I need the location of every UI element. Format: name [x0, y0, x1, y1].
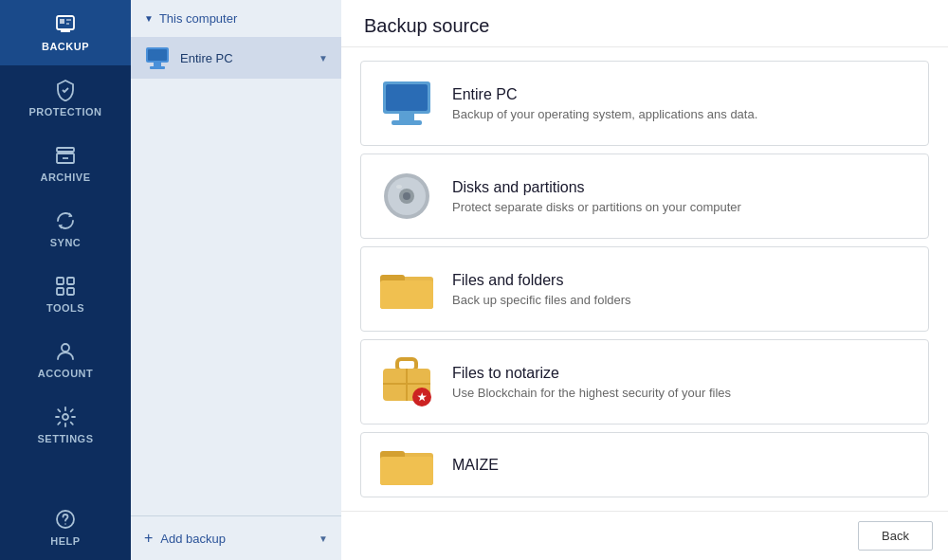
source-card-notarize[interactable]: ★ Files to notarize Use Blockchain for t… — [360, 339, 929, 425]
sidebar-item-backup[interactable]: BACKUP — [0, 0, 131, 65]
notarize-icon: ★ — [378, 353, 435, 410]
svg-rect-23 — [399, 114, 414, 120]
backup-icon — [54, 13, 77, 36]
settings-icon — [54, 406, 77, 428]
sidebar-item-tools[interactable]: TOOLS — [0, 262, 131, 327]
entire-pc-icon — [378, 75, 435, 132]
sidebar-archive-label: ARCHIVE — [40, 172, 90, 183]
panel-chevron-icon: ▼ — [319, 53, 328, 63]
add-icon: + — [144, 530, 153, 547]
sidebar-protection-label: PROTECTION — [28, 106, 101, 117]
sidebar-backup-label: BACKUP — [42, 41, 89, 52]
add-backup-chevron-icon: ▼ — [319, 533, 328, 544]
disk-icon — [378, 168, 435, 225]
svg-rect-22 — [386, 84, 428, 111]
sidebar-sync-label: SYNC — [50, 237, 82, 248]
panel-selected-item[interactable]: Entire PC ▼ — [131, 37, 341, 79]
svg-rect-3 — [66, 23, 69, 25]
svg-point-13 — [62, 344, 69, 352]
sidebar-help-label: HELP — [50, 535, 80, 547]
add-backup-row[interactable]: + Add backup ▼ — [131, 515, 341, 560]
sidebar-item-account[interactable]: ACCOUNT — [0, 327, 131, 392]
help-icon — [54, 508, 77, 531]
main-title: Backup source — [341, 0, 948, 47]
svg-point-16 — [64, 523, 66, 525]
disks-title: Disks and partitions — [452, 179, 741, 196]
svg-point-29 — [396, 185, 402, 189]
svg-rect-19 — [150, 66, 165, 69]
archive-icon — [54, 144, 77, 167]
svg-rect-20 — [148, 49, 167, 61]
folder-icon — [378, 261, 435, 317]
source-card-maize[interactable]: MAIZE — [360, 432, 929, 497]
notarize-text: Files to notarize Use Blockchain for the… — [452, 365, 731, 400]
panel-arrow-icon: ▼ — [144, 13, 154, 24]
maize-text: MAIZE — [452, 457, 499, 474]
main-area: Backup source Entire PC Backup of your o… — [341, 0, 948, 560]
svg-rect-41 — [380, 457, 433, 485]
svg-point-14 — [63, 414, 68, 420]
svg-rect-12 — [67, 288, 74, 295]
svg-rect-32 — [380, 280, 433, 309]
source-card-files-folders[interactable]: Files and folders Back up specific files… — [360, 246, 929, 332]
maize-icon — [378, 437, 435, 494]
back-button[interactable]: Back — [858, 521, 933, 551]
account-icon — [54, 340, 77, 363]
maize-title: MAIZE — [452, 457, 499, 474]
svg-rect-1 — [60, 19, 64, 24]
svg-rect-10 — [67, 278, 74, 284]
svg-rect-24 — [392, 120, 422, 125]
svg-rect-2 — [66, 19, 71, 21]
svg-rect-0 — [57, 16, 74, 29]
sidebar-item-sync[interactable]: SYNC — [0, 196, 131, 262]
entire-pc-text: Entire PC Backup of your operating syste… — [452, 86, 757, 121]
sidebar-item-archive[interactable]: ARCHIVE — [0, 131, 131, 196]
source-cards-list: Entire PC Backup of your operating syste… — [341, 47, 948, 511]
protection-icon — [54, 79, 77, 101]
entire-pc-desc: Backup of your operating system, applica… — [452, 107, 757, 121]
notarize-title: Files to notarize — [452, 365, 731, 382]
disks-text: Disks and partitions Protect separate di… — [452, 179, 741, 214]
main-footer: Back — [341, 511, 948, 560]
sync-icon — [54, 209, 77, 232]
files-folders-desc: Back up specific files and folders — [452, 293, 631, 307]
panel-header-title: This computer — [159, 11, 237, 26]
svg-rect-18 — [154, 63, 161, 66]
entire-pc-title: Entire PC — [452, 86, 757, 103]
tools-icon — [54, 275, 77, 298]
sidebar-item-help[interactable]: HELP — [0, 495, 131, 560]
svg-text:★: ★ — [417, 391, 428, 403]
source-card-entire-pc[interactable]: Entire PC Backup of your operating syste… — [360, 61, 929, 146]
sidebar-item-settings[interactable]: SETTINGS — [0, 392, 131, 458]
source-card-disks[interactable]: Disks and partitions Protect separate di… — [360, 154, 929, 239]
sidebar-account-label: ACCOUNT — [38, 368, 94, 379]
files-folders-text: Files and folders Back up specific files… — [452, 272, 631, 307]
svg-rect-6 — [57, 148, 74, 152]
panel-header: ▼ This computer — [131, 0, 341, 37]
sidebar-item-protection[interactable]: PROTECTION — [0, 65, 131, 131]
backup-panel: ▼ This computer Entire PC ▼ + Add backup… — [131, 0, 341, 560]
svg-rect-9 — [57, 278, 64, 284]
monitor-icon — [144, 46, 171, 69]
sidebar: BACKUP PROTECTION ARCHIVE SYNC — [0, 0, 131, 560]
sidebar-tools-label: TOOLS — [46, 302, 84, 314]
notarize-desc: Use Blockchain for the highest security … — [452, 386, 731, 400]
svg-point-28 — [403, 192, 410, 200]
panel-item-label: Entire PC — [180, 51, 309, 65]
svg-rect-11 — [57, 288, 64, 295]
sidebar-settings-label: SETTINGS — [37, 433, 93, 444]
disks-desc: Protect separate disks or partitions on … — [452, 200, 741, 214]
add-backup-label: Add backup — [160, 532, 311, 546]
files-folders-title: Files and folders — [452, 272, 631, 289]
